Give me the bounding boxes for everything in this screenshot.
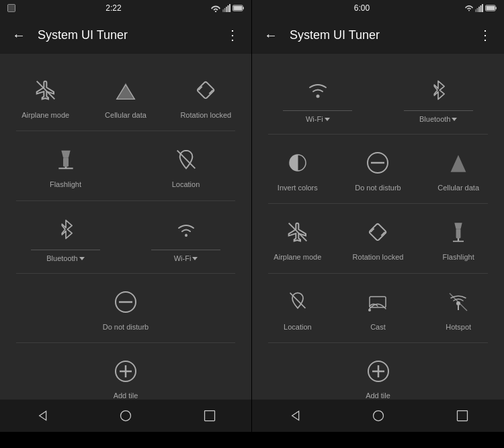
rotation-icon xyxy=(191,75,220,105)
status-time-right: 6:00 xyxy=(354,3,370,13)
bluetooth-icon-left xyxy=(51,215,81,244)
status-right-icons-left xyxy=(211,4,245,12)
add-tile-label-left: Add tile xyxy=(114,391,138,400)
tile-dnd-label-left: Do not disturb xyxy=(103,322,149,332)
tile-grid-row3-right: Airplane mode Rotation locked xyxy=(257,207,499,270)
svg-marker-44 xyxy=(451,155,466,172)
tile-airplane[interactable]: Airplane mode xyxy=(5,65,85,128)
tile-flashlight[interactable]: Flashlight xyxy=(5,134,126,197)
svg-rect-34 xyxy=(480,5,481,12)
tile-rotation-right[interactable]: Rotation locked xyxy=(338,207,419,270)
tile-location-label: Location xyxy=(172,180,200,189)
nav-bar-right xyxy=(252,400,504,432)
tile-bluetooth-left[interactable]: Bluetooth xyxy=(5,204,126,270)
tile-invert[interactable]: Invert colors xyxy=(257,137,338,200)
nav-home-right[interactable] xyxy=(362,400,394,432)
svg-rect-29 xyxy=(204,411,214,421)
divider-2 xyxy=(16,200,235,201)
right-screen: 6:00 xyxy=(252,0,504,432)
tile-cellular[interactable]: Cellular data xyxy=(85,65,165,128)
svg-point-39 xyxy=(316,95,319,98)
dnd-icon-right xyxy=(363,148,392,178)
tile-airplane-label-right: Airplane mode xyxy=(274,252,321,262)
svg-rect-3 xyxy=(222,9,224,12)
svg-rect-49 xyxy=(456,229,461,239)
nav-back-left[interactable] xyxy=(26,400,58,432)
svg-point-21 xyxy=(185,234,187,237)
tile-grid-row1-right: Wi-Fi Bluetooth xyxy=(257,65,499,131)
tile-cellular-label: Cellular data xyxy=(105,110,146,120)
toolbar-title-left: System UI Tuner xyxy=(38,28,214,42)
divider-r3 xyxy=(268,273,488,274)
svg-rect-35 xyxy=(482,4,483,12)
svg-rect-32 xyxy=(476,8,478,12)
content-right: Wi-Fi Bluetooth xyxy=(252,54,504,400)
tile-dnd-right[interactable]: Do not disturb xyxy=(338,137,419,200)
divider-3 xyxy=(16,273,235,274)
tile-location[interactable]: Location xyxy=(126,134,246,197)
tile-rotation[interactable]: Rotation locked xyxy=(166,65,246,128)
svg-rect-4 xyxy=(224,8,225,12)
nav-back-right[interactable] xyxy=(278,400,310,432)
tile-bluetooth-right[interactable]: Bluetooth xyxy=(378,65,499,131)
tile-rotation-label: Rotation locked xyxy=(180,110,231,120)
tile-cellular-right[interactable]: Cellular data xyxy=(418,137,499,200)
dnd-icon-left xyxy=(111,287,140,317)
signal-icon-left xyxy=(222,4,230,12)
svg-rect-1 xyxy=(8,5,15,12)
nav-bar-left xyxy=(0,400,251,432)
status-left-icons xyxy=(7,3,16,13)
svg-rect-14 xyxy=(197,81,214,99)
nav-home-left[interactable] xyxy=(110,400,142,432)
signal-icon-right xyxy=(475,4,483,12)
more-button-right[interactable]: ⋮ xyxy=(474,27,496,43)
bluetooth-label-left: Bluetooth xyxy=(46,254,84,262)
svg-point-30 xyxy=(468,10,470,11)
svg-rect-63 xyxy=(457,411,467,421)
wifi-label-right: Wi-Fi xyxy=(306,115,330,123)
tile-flashlight-label: Flashlight xyxy=(50,180,81,189)
divider-1 xyxy=(16,130,235,131)
tile-cellular-label-right: Cellular data xyxy=(437,183,479,192)
tile-grid-row4-left: Do not disturb xyxy=(5,276,246,340)
tile-grid-row2-right: Invert colors Do not disturb xyxy=(257,137,499,200)
more-button-left[interactable]: ⋮ xyxy=(222,27,243,43)
svg-marker-61 xyxy=(292,411,298,420)
back-button-right[interactable]: ← xyxy=(260,28,282,43)
tile-wifi-right[interactable]: Wi-Fi xyxy=(257,65,378,131)
bluetooth-icon-right xyxy=(423,75,453,105)
cast-icon xyxy=(363,287,392,317)
notification-icon xyxy=(7,3,16,13)
divider-r4 xyxy=(268,342,488,343)
back-button-left[interactable]: ← xyxy=(8,28,30,43)
tile-cast[interactable]: Cast xyxy=(338,276,419,340)
tile-dnd-left[interactable]: Do not disturb xyxy=(5,276,246,340)
wifi-icon-right xyxy=(303,75,333,105)
add-tile-left[interactable]: Add tile xyxy=(5,346,246,400)
add-tile-right[interactable]: Add tile xyxy=(257,346,499,400)
wifi-arrow-left xyxy=(192,257,198,260)
svg-rect-6 xyxy=(227,5,228,12)
airplane-icon xyxy=(31,75,60,105)
nav-recents-right[interactable] xyxy=(446,400,478,432)
nav-recents-left[interactable] xyxy=(194,400,226,432)
svg-rect-9 xyxy=(243,7,244,9)
tile-flashlight-right[interactable]: Flashlight xyxy=(418,207,499,270)
tile-hotspot-label: Hotspot xyxy=(446,322,471,332)
svg-rect-37 xyxy=(495,7,497,9)
bluetooth-arrow-left xyxy=(79,257,85,260)
add-tile-icon-right xyxy=(364,357,393,386)
battery-icon-left xyxy=(233,4,245,12)
svg-rect-5 xyxy=(226,7,227,12)
rotation-icon-right xyxy=(363,217,392,247)
toolbar-left: ← System UI Tuner ⋮ xyxy=(0,16,251,54)
svg-rect-17 xyxy=(63,158,69,167)
tile-wifi-left[interactable]: Wi-Fi xyxy=(126,204,246,270)
tile-airplane-right[interactable]: Airplane mode xyxy=(257,207,338,270)
add-tile-icon-left xyxy=(111,357,140,386)
wifi-arrow-right xyxy=(325,118,330,121)
flashlight-icon xyxy=(51,145,81,174)
left-screen: 2:22 xyxy=(0,0,252,432)
tile-hotspot[interactable]: Hotspot xyxy=(418,276,499,340)
tile-location-right[interactable]: Location xyxy=(257,276,338,340)
